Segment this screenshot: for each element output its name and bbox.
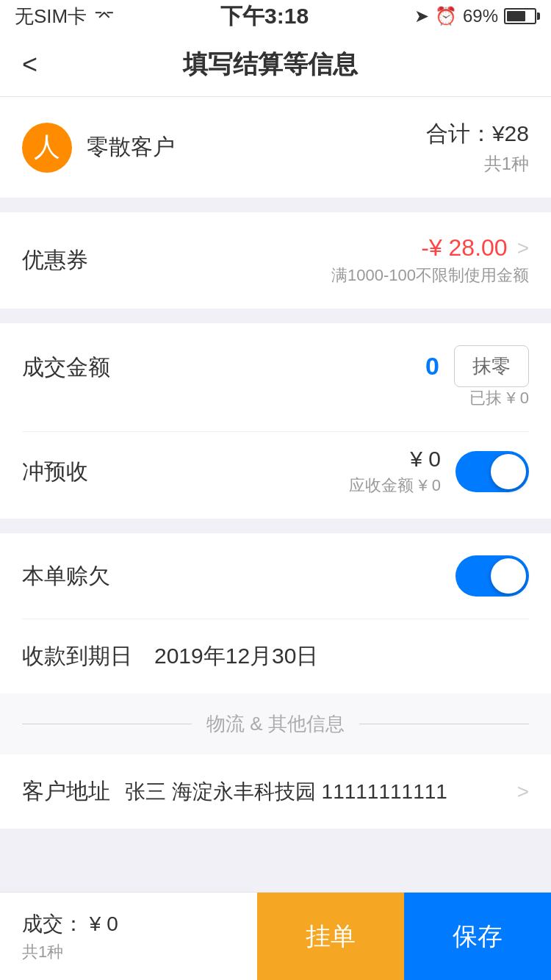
- status-left: 无SIM卡 ⌤: [15, 4, 115, 29]
- wifi-icon: ⌤: [94, 6, 115, 26]
- total-count: 共1种: [426, 152, 529, 176]
- customer-name: 零散客户: [87, 132, 175, 162]
- status-time: 下午3:18: [220, 1, 309, 32]
- page-title: 填写结算等信息: [52, 48, 488, 82]
- advance-toggle[interactable]: [455, 451, 529, 492]
- status-right: ➤ ⏰ 69%: [414, 6, 536, 26]
- deal-value[interactable]: 0: [425, 352, 439, 381]
- coupon-label: 优惠券: [22, 245, 88, 275]
- battery-icon: [504, 8, 536, 24]
- due-date-row: 收款到期日 2019年12月30日: [22, 619, 529, 693]
- address-row[interactable]: 客户地址 张三 海淀永丰科技园 11111111111 >: [22, 754, 529, 829]
- advance-row: 冲预收 ¥ 0 应收金额 ¥ 0: [22, 432, 529, 519]
- deal-section: 成交金额 0 抹零 已抹 ¥ 0 冲预收 ¥ 0 应收金额 ¥ 0: [0, 323, 551, 519]
- bottom-deal: 成交： ¥ 0: [22, 910, 235, 938]
- advance-amount-block: ¥ 0 应收金额 ¥ 0: [349, 447, 441, 497]
- toggle-knob: [491, 454, 526, 489]
- bottom-deal-label: 成交：: [22, 912, 84, 935]
- advance-label: 冲预收: [22, 457, 88, 487]
- customer-row: 人 零散客户 合计：¥28 共1种: [22, 97, 529, 198]
- battery-percent: 69%: [463, 6, 498, 26]
- advance-amount: ¥ 0: [349, 447, 441, 472]
- section-gap-2: [0, 309, 551, 323]
- logistics-line-right: [359, 724, 529, 724]
- logistics-text: 物流 & 其他信息: [206, 711, 345, 737]
- total-amount: 合计：¥28: [426, 119, 529, 149]
- debt-toggle-knob: [491, 558, 526, 594]
- deal-row: 成交金额 0 抹零 已抹 ¥ 0: [22, 323, 529, 431]
- coupon-description: 满1000-100不限制使用金额: [331, 264, 529, 287]
- customer-right: 合计：¥28 共1种: [426, 119, 529, 176]
- bottom-summary: 成交： ¥ 0 共1种: [0, 910, 257, 963]
- avatar-icon: 人: [34, 129, 60, 165]
- avatar: 人: [22, 123, 72, 173]
- coupon-right: -¥ 28.00 > 满1000-100不限制使用金额: [331, 234, 529, 287]
- address-value: 张三 海淀永丰科技园 11111111111: [125, 778, 517, 806]
- nav-bar: < 填写结算等信息: [0, 32, 551, 97]
- bottom-deal-amount: ¥ 0: [90, 912, 118, 935]
- customer-section: 人 零散客户 合计：¥28 共1种: [0, 97, 551, 198]
- logistics-divider: 物流 & 其他信息: [0, 693, 551, 754]
- alarm-icon: ⏰: [435, 6, 457, 26]
- debt-row: 本单赊欠: [22, 533, 529, 619]
- carrier-text: 无SIM卡: [15, 4, 87, 29]
- address-section[interactable]: 客户地址 张三 海淀永丰科技园 11111111111 >: [0, 754, 551, 829]
- section-gap-1: [0, 198, 551, 212]
- due-date-value: 2019年12月30日: [154, 641, 318, 671]
- advance-sub: 应收金额 ¥ 0: [349, 475, 441, 497]
- coupon-section[interactable]: 优惠券 -¥ 28.00 > 满1000-100不限制使用金额: [0, 212, 551, 309]
- deal-label: 成交金额: [22, 345, 110, 383]
- address-label: 客户地址: [22, 777, 110, 807]
- deal-value-row: 0 抹零: [425, 345, 529, 387]
- debt-toggle[interactable]: [455, 555, 529, 597]
- bottom-count: 共1种: [22, 941, 235, 963]
- back-button[interactable]: <: [22, 49, 37, 80]
- bottom-bar: 成交： ¥ 0 共1种 挂单 保存: [0, 892, 551, 980]
- advance-right: ¥ 0 应收金额 ¥ 0: [349, 447, 529, 497]
- coupon-row[interactable]: 优惠券 -¥ 28.00 > 满1000-100不限制使用金额: [22, 212, 529, 309]
- save-button[interactable]: 保存: [404, 893, 551, 981]
- coupon-chevron[interactable]: >: [517, 237, 529, 260]
- coupon-discount: -¥ 28.00: [421, 234, 507, 262]
- deal-sub: 已抹 ¥ 0: [425, 387, 529, 417]
- due-label: 收款到期日: [22, 641, 132, 671]
- section-gap-3: [0, 519, 551, 533]
- hold-button[interactable]: 挂单: [257, 893, 404, 981]
- deal-right: 0 抹零 已抹 ¥ 0: [425, 345, 529, 417]
- address-chevron[interactable]: >: [517, 780, 529, 804]
- debt-section: 本单赊欠 收款到期日 2019年12月30日: [0, 533, 551, 693]
- debt-label: 本单赊欠: [22, 561, 110, 591]
- round-zero-button[interactable]: 抹零: [454, 345, 529, 387]
- location-icon: ➤: [414, 6, 429, 26]
- logistics-line-left: [22, 724, 192, 724]
- customer-left: 人 零散客户: [22, 123, 175, 173]
- status-bar: 无SIM卡 ⌤ 下午3:18 ➤ ⏰ 69%: [0, 0, 551, 32]
